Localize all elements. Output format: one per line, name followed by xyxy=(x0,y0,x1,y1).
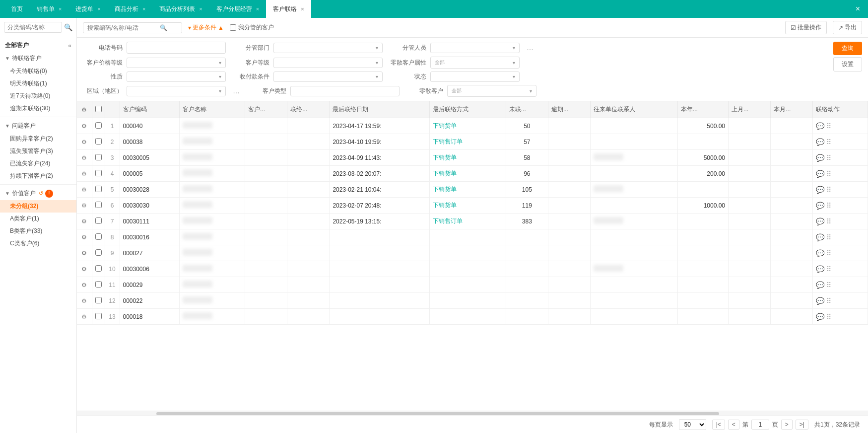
close-purchase-tab[interactable]: × xyxy=(97,6,100,12)
sidebar-item-tomorrow[interactable]: 明天待联络(1) xyxy=(0,77,76,90)
pending-group-header[interactable]: ▼ 待联络客户 xyxy=(0,52,76,65)
row-gear[interactable]: ⚙ xyxy=(77,198,92,214)
contact-action-icon[interactable]: 💬 xyxy=(816,202,824,210)
status-select[interactable]: ▾ xyxy=(430,72,520,82)
row-gear[interactable]: ⚙ xyxy=(77,166,92,182)
last-method-col-header[interactable]: 最后联络方式 xyxy=(429,101,506,118)
row-gear[interactable]: ⚙ xyxy=(77,229,92,245)
contact-action-icon[interactable]: 💬 xyxy=(816,186,824,194)
contact-action-icon[interactable]: 💬 xyxy=(816,122,824,130)
sidebar-item-declining[interactable]: 持续下滑客户(2) xyxy=(0,170,76,182)
more-action-icon[interactable]: ⠿ xyxy=(826,313,831,321)
export-button[interactable]: ↗ 导出 xyxy=(833,21,862,34)
more-action-icon[interactable]: ⠿ xyxy=(826,122,831,130)
partner-contact-col-header[interactable]: 往来单位联系人 xyxy=(591,101,678,118)
gear-col-header[interactable]: ⚙ xyxy=(77,101,92,118)
value-group-header[interactable]: ▼ 价值客户 ↺ ! xyxy=(0,187,76,200)
row-gear[interactable]: ⚙ xyxy=(77,245,92,261)
row-checkbox[interactable] xyxy=(92,277,105,293)
more-action-icon[interactable]: ⠿ xyxy=(826,186,831,194)
tab-purchase[interactable]: 进货单 × xyxy=(68,0,107,18)
filter-search-icon[interactable]: 🔍 xyxy=(160,24,167,31)
dept-select[interactable]: ▾ xyxy=(273,43,383,53)
close-goods-analysis-list-tab[interactable]: × xyxy=(199,6,202,12)
close-customer-contact-tab[interactable]: × xyxy=(301,6,304,12)
contact-action-icon[interactable]: 💬 xyxy=(816,138,824,146)
tab-home[interactable]: 首页 xyxy=(4,0,30,18)
select-all-checkbox[interactable] xyxy=(95,106,102,112)
row-gear[interactable]: ⚙ xyxy=(77,182,92,198)
contact-action-icon[interactable]: 💬 xyxy=(816,217,824,225)
contact-action-icon[interactable]: 💬 xyxy=(816,154,824,162)
tab-customer-segment[interactable]: 客户分层经营 × xyxy=(209,0,266,18)
filter-search-input[interactable] xyxy=(87,24,157,31)
sidebar-item-overdue[interactable]: 逾期未联络(30) xyxy=(0,102,76,115)
row-gear[interactable]: ⚙ xyxy=(77,118,92,134)
sidebar-item-purchase-abnormal[interactable]: 固购异常客户(2) xyxy=(0,133,76,145)
code-col-header[interactable]: 客户编码 xyxy=(120,101,179,118)
prev-page-btn[interactable]: < xyxy=(728,420,739,430)
tab-goods-analysis[interactable]: 商品分析 × xyxy=(108,0,152,18)
row-checkbox[interactable] xyxy=(92,134,105,150)
customer-grade-select[interactable]: ▾ xyxy=(273,58,383,68)
page-input[interactable] xyxy=(751,420,769,430)
more-action-icon[interactable]: ⠿ xyxy=(826,202,831,210)
sidebar-item-today[interactable]: 今天待联络(0) xyxy=(0,65,76,77)
sidebar-item-unclassified[interactable]: 未分组(32) xyxy=(0,200,76,213)
sidebar-search-input[interactable] xyxy=(4,22,62,33)
per-page-select[interactable]: 50 100 200 xyxy=(679,419,706,430)
contact-col-header[interactable]: 联络... xyxy=(287,101,330,118)
row-checkbox[interactable] xyxy=(92,293,105,309)
row-checkbox[interactable] xyxy=(92,245,105,261)
batch-op-button[interactable]: ☑ 批量操作 xyxy=(785,21,827,34)
close-all-button[interactable]: × xyxy=(852,4,864,13)
next-page-btn[interactable]: > xyxy=(781,420,793,430)
row-checkbox[interactable] xyxy=(92,118,105,134)
contact-action-icon[interactable]: 💬 xyxy=(816,281,824,289)
row-checkbox[interactable] xyxy=(92,214,105,229)
more-action-icon[interactable]: ⠿ xyxy=(826,265,831,273)
more-conditions-btn[interactable]: ▾ 更多条件 ▲ xyxy=(188,23,224,32)
retail-attr-select[interactable]: 全部▾ xyxy=(430,57,520,69)
customer-type-select[interactable] xyxy=(290,86,400,96)
contact-action-icon[interactable]: 💬 xyxy=(816,170,824,178)
problem-group-header[interactable]: ▼ 问题客户 xyxy=(0,119,76,133)
price-grade-select[interactable]: ▾ xyxy=(127,58,226,68)
contact-action-icon[interactable]: 💬 xyxy=(816,297,824,305)
row-checkbox[interactable] xyxy=(92,150,105,166)
row-checkbox[interactable] xyxy=(92,261,105,277)
query-button[interactable]: 查询 xyxy=(833,42,862,55)
more-action-icon[interactable]: ⠿ xyxy=(826,281,831,289)
horizontal-scrollbar[interactable] xyxy=(77,411,868,416)
more-action-icon[interactable]: ⠿ xyxy=(826,170,831,178)
sidebar-item-group-a[interactable]: A类客户(1) xyxy=(0,213,76,225)
more-action-icon[interactable]: ⠿ xyxy=(826,154,831,162)
row-checkbox[interactable] xyxy=(92,309,105,325)
tab-customer-contact[interactable]: 客户联络 × xyxy=(266,0,311,18)
close-sales-tab[interactable]: × xyxy=(59,6,62,12)
sidebar-item-lost[interactable]: 已流失客户(24) xyxy=(0,157,76,170)
row-checkbox[interactable] xyxy=(92,229,105,245)
my-customers-check[interactable] xyxy=(230,24,236,31)
manager-select[interactable]: ▾ xyxy=(430,43,520,53)
contact-action-icon[interactable]: 💬 xyxy=(816,249,824,257)
row-checkbox[interactable] xyxy=(92,198,105,214)
tab-goods-analysis-list[interactable]: 商品分析列表 × xyxy=(152,0,209,18)
tab-sales[interactable]: 销售单 × xyxy=(30,0,68,18)
sidebar-item-group-b[interactable]: B类客户(33) xyxy=(0,225,76,237)
row-gear[interactable]: ⚙ xyxy=(77,150,92,166)
this-year-col-header[interactable]: 本年... xyxy=(677,101,728,118)
row-checkbox[interactable] xyxy=(92,182,105,198)
row-gear[interactable]: ⚙ xyxy=(77,214,92,229)
scrollbar-thumb[interactable] xyxy=(156,412,719,415)
row-gear[interactable]: ⚙ xyxy=(77,309,92,325)
type-col-header[interactable]: 客户... xyxy=(245,101,287,118)
this-month-col-header[interactable]: 本月... xyxy=(771,101,813,118)
last-date-col-header[interactable]: 最后联络日期 xyxy=(330,101,429,118)
nature-select[interactable]: ▾ xyxy=(127,72,226,82)
row-gear[interactable]: ⚙ xyxy=(77,277,92,293)
my-customers-checkbox[interactable]: 我分管的客户 xyxy=(230,23,274,32)
checkbox-col-header[interactable] xyxy=(92,101,105,118)
payment-select[interactable]: ▾ xyxy=(273,72,383,82)
sidebar-search-icon[interactable]: 🔍 xyxy=(64,23,72,31)
